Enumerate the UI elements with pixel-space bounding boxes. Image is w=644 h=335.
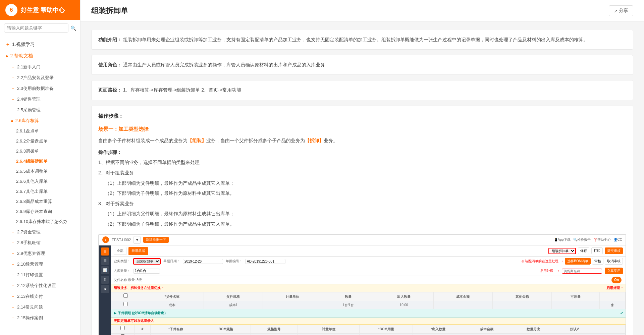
sidebar-item-coupons[interactable]: ＋ 2.9优惠券管理 [5,248,80,259]
sidebar-item-new-user[interactable]: ＋ 2.1新手入门 [5,62,80,72]
mock-no-input[interactable] [245,259,285,264]
sidebar-item-2-6-4[interactable]: 2.6.4组装拆卸单 [11,156,80,166]
steps-heading: 操作步骤： [98,148,626,157]
mock-bottom-table-wrapper: # *子件名称 BOM规格 规格型号 计量单位 *BOM用量 *出入数量 成本金… [111,325,626,335]
sidebar-item-2-6-1[interactable]: 2.6.1盘点单 [11,126,80,136]
th-checkbox [111,292,140,301]
mock-form-row1: 业务类型： 组装拆卸单 单据日期： 单据编号： [111,257,626,266]
sidebar-item-video[interactable]: ＋ 1.视频学习 [0,39,80,50]
bth-unit: 计量单位 [298,325,359,334]
mockup-container: 6 TEST-H002 ▼ 新建单据一下 📱App下载 🔍检验报告 ❓帮助中心 … [98,234,626,335]
mock-btn2[interactable]: 审核 [592,258,603,265]
mock-company-select: ▼ [133,236,141,244]
plus-icon-small: ＋ [11,86,15,92]
sidebar-item-pre-data[interactable]: ＋ 2.3使用前数据准备 [5,83,80,94]
mock-btn3[interactable]: 取消审核 [605,258,623,265]
scenario1-desc1: 当由多个子件材料组装成一个成品的业务为【组装】业务，当由一个父件拆分成多个子产品… [98,136,626,145]
mock-type-select[interactable]: 组装拆卸单 [548,248,576,254]
sidebar-item-ops[interactable]: ＋ 2.10经营管理 [5,259,80,270]
sidebar-item-finance[interactable]: ＋ 2.7资金管理 [5,227,80,237]
plus-icon-small: ＋ [11,315,15,321]
mock-top-table: *父件名称 父件规格 计量单位 数量 出入数量 成本金额 其他金额 可用量 [111,292,626,309]
plus-icon-small: ＋ [11,272,15,278]
main-header: 组装拆卸单 ↗ 分享 [80,0,644,22]
th-cost: 成本金额 [433,292,492,301]
sidebar-item-inventory[interactable]: ● 2.6库存核算 [5,115,80,126]
bottom-section-icon: ▶ [114,310,116,316]
mock-bom-btn[interactable]: 选择BOM清单 [565,258,591,265]
td-qty: 1台/1台 [322,301,374,309]
mock-tab-new[interactable]: 新增单据 [128,247,148,255]
mock-print-btn[interactable]: 打印 [591,247,603,254]
sidebar-item-2-6-7[interactable]: 2.6.7其他出库单 [11,186,80,197]
callout-enable: 启用处理 [540,268,553,274]
app-download: 📱App下载 [554,237,571,243]
callout-bom: 有装配清单的在这里处理 [522,258,558,264]
sidebar-item-2-6-5[interactable]: 2.6.5成本调整单 [11,166,80,176]
mock-icon-home: ⊞ [101,247,109,256]
mock-new-order-btn[interactable]: 新建单据一下 [143,237,169,243]
sidebar-item-2-6-8[interactable]: 2.6.8商品成本重算 [11,197,80,207]
sidebar-item-system[interactable]: ＋ 2.12系统个性化设置 [5,280,80,291]
steps-list: 1、根据不同的业务，选择不同单据的类型来处理 2、对于组装业务 （1）上部明细为… [98,158,626,228]
search-input[interactable] [4,23,68,33]
mock-icon-list: ☰ [101,257,109,265]
sidebar-item-cases[interactable]: ＋ 2.15操作案例 [5,313,80,323]
btd-num: 1 [134,334,151,335]
mock-save-btn[interactable]: 保存 [578,247,589,254]
mock-apply-btn[interactable]: 立案采用 [605,268,623,274]
sidebar-item-print[interactable]: ＋ 2.11打印设置 [5,270,80,280]
td-action: 🗑 [600,301,626,309]
arrow-switch: ↑ [162,285,164,291]
sidebar-item-purchase[interactable]: ＋ 2.5采购管理 [5,105,80,115]
plus-icon-small: ＋ [11,107,15,113]
plus-icon: ＋ [5,42,10,48]
th-unit: 计量单位 [263,292,322,301]
bth-bom-qty: *BOM用量 [360,325,413,334]
mock-submit-btn[interactable]: 提交审核 [605,247,623,254]
th-check-input[interactable] [123,293,128,298]
mock-date-input[interactable] [183,259,223,264]
search-box: 🔍 [0,20,80,36]
sidebar-item-2-6-3[interactable]: 2.6.3调拨单 [11,146,80,156]
arrow-bom: → [560,258,564,265]
mock-supplier-input[interactable] [562,269,602,274]
mock-tab-all[interactable]: 全部 [114,247,126,255]
sidebar-item-sales[interactable]: ＋ 2.4销售管理 [5,94,80,105]
share-icon: ↗ [614,8,618,13]
on-toggle[interactable]: On [611,277,622,283]
mock-company: TEST-H002 [112,237,131,243]
sidebar-item-faq[interactable]: ＋ 2.14常见问题 [5,302,80,313]
bth-verify: 仅认V [557,325,592,334]
annotation-no-fixed: 无固定清单可以在这里录入 [111,318,626,325]
scenario1-desc: 当由多个子件材料组装成一个成品的业务为【组装】业务，当由一个父件拆分成多个子产品… [98,136,626,145]
sidebar-item-2-6-6[interactable]: 2.6.6其他入库单 [11,176,80,186]
sidebar-item-2-6-9[interactable]: 2.6.9库存账本查询 [11,207,80,217]
bth-bom-spec: BOM规格 [201,325,251,334]
bth-io-qty: *出入数量 [413,325,463,334]
mock-business-type[interactable]: 组装拆卸单 [133,258,161,265]
sidebar-item-2-6-10[interactable]: 2.6.10库存账本错了怎么办 [11,217,80,227]
plus-icon-small: ＋ [11,229,15,235]
ops-heading: 操作步骤： [98,111,626,120]
main-content: 组装拆卸单 ↗ 分享 功能介绍： 组装拆卸单用来处理企业组装或拆卸等加工业务，支… [80,0,644,335]
mock-label-no: 单据编号： [226,258,243,264]
mock-tabs-row: 全部 新增单据 组装拆卸单 保存 打印 提交审核 [111,245,626,257]
mock-topbar-left: 6 TEST-H002 ▼ 新建单据一下 [102,236,169,244]
intro-block: 功能介绍： 组装拆卸单用来处理企业组装或拆卸等加工业务，支持有固定装配清单的产品… [91,30,633,50]
share-button[interactable]: ↗ 分享 [609,5,633,16]
nav-section-video: ＋ 1.视频学习 [0,39,80,50]
sidebar-item-payment[interactable]: ＋ 2.13在线支付 [5,291,80,302]
search-button[interactable]: 🔍 [70,25,76,31]
sidebar-item-help-docs[interactable]: ● 2.帮助文档 [0,50,80,62]
mock-top-table-wrapper: *父件名称 父件规格 计量单位 数量 出入数量 成本金额 其他金额 可用量 [111,292,626,309]
td-parent-spec: 成本1 [204,301,263,309]
sidebar-item-install[interactable]: ＋ 2.2产品安装及登录 [5,72,80,83]
btd-name: 期末1 [151,334,201,335]
btd-verify: 期 [557,334,592,335]
sidebar-item-mobile[interactable]: ＋ 2.8手机旺铺 [5,237,80,248]
plus-icon-small: ＋ [11,261,15,267]
sidebar-item-2-6-2[interactable]: 2.6.2分量盘点单 [11,136,80,146]
bth-check [111,325,135,334]
mock-count-input[interactable] [133,269,160,274]
